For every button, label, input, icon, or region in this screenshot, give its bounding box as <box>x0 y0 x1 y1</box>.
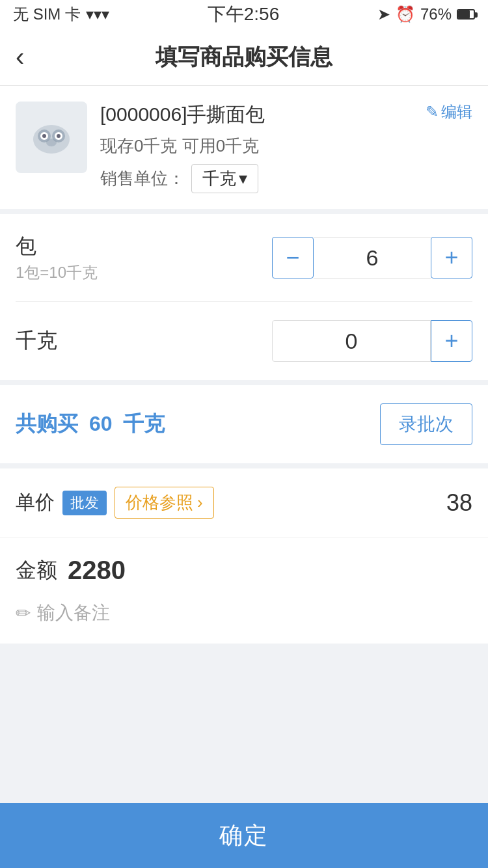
price-ref-arrow: › <box>197 493 203 513</box>
alarm-icon: ⏰ <box>396 5 415 23</box>
price-tag-pifa: 批发 <box>62 491 107 515</box>
sim-label: 无 SIM 卡 <box>13 4 81 25</box>
batch-button[interactable]: 录批次 <box>380 403 472 445</box>
amount-value: 2280 <box>68 556 126 585</box>
status-bar: 无 SIM 卡 ▾▾▾ 下午2:56 ➤ ⏰ 76% <box>0 0 488 29</box>
summary-text: 共购买 60 千克 <box>16 410 165 439</box>
product-info: [0000006]手撕面包 ✎ 编辑 现存0千克 可用0千克 销售单位： 千克 … <box>100 102 472 193</box>
quantity-conversion-bag: 1包=10千克 <box>16 262 272 283</box>
note-icon: ✏ <box>16 603 31 624</box>
page-title: 填写商品购买信息 <box>156 42 332 72</box>
edit-label: 编辑 <box>441 102 472 122</box>
battery-level: 76% <box>420 5 452 23</box>
nav-bar: ‹ 填写商品购买信息 <box>0 29 488 86</box>
quantity-control-kg: + <box>272 320 472 362</box>
plus-button-bag[interactable]: + <box>431 237 472 278</box>
quantity-unit-bag: 包 <box>16 232 272 261</box>
quantity-input-kg[interactable] <box>272 320 431 362</box>
product-thumbnail <box>16 102 87 173</box>
back-button[interactable]: ‹ <box>16 42 24 72</box>
quantity-unit-kg: 千克 <box>16 327 272 355</box>
amount-section: 金额 2280 ✏ 输入备注 <box>0 537 488 644</box>
content-area <box>0 644 488 826</box>
price-label: 单价 <box>16 489 55 516</box>
owl-logo <box>29 120 74 156</box>
unit-select[interactable]: 千克 ▾ <box>191 164 258 193</box>
product-header: [0000006]手撕面包 ✎ 编辑 <box>100 102 472 128</box>
svg-point-5 <box>42 134 46 138</box>
svg-point-6 <box>57 134 61 138</box>
battery-icon <box>457 9 475 20</box>
price-value: 38 <box>446 489 472 517</box>
price-section: 单价 批发 价格参照 › 38 <box>0 468 488 537</box>
amount-row: 金额 2280 <box>16 556 472 585</box>
quantity-row-bag: 包 1包=10千克 − + <box>16 214 472 302</box>
product-name: [0000006]手撕面包 <box>100 102 426 128</box>
status-left: 无 SIM 卡 ▾▾▾ <box>13 4 109 25</box>
quantity-label-bag: 包 1包=10千克 <box>16 232 272 283</box>
summary-section: 共购买 60 千克 录批次 <box>0 385 488 468</box>
edit-button[interactable]: ✎ 编辑 <box>426 102 472 122</box>
price-ref-label: 价格参照 <box>126 491 193 514</box>
unit-row: 销售单位： 千克 ▾ <box>100 164 472 193</box>
dropdown-icon: ▾ <box>239 169 247 189</box>
quantity-control-bag: − + <box>272 237 472 278</box>
edit-icon: ✎ <box>426 103 439 121</box>
plus-button-kg[interactable]: + <box>431 320 472 362</box>
wifi-icon: ▾▾▾ <box>86 5 109 23</box>
note-placeholder: 输入备注 <box>37 601 110 625</box>
note-row[interactable]: ✏ 输入备注 <box>16 585 472 644</box>
summary-unit: 千克 <box>123 412 165 435</box>
summary-prefix: 共购买 <box>16 412 78 435</box>
quantity-section: 包 1包=10千克 − + 千克 + <box>0 214 488 385</box>
product-section: [0000006]手撕面包 ✎ 编辑 现存0千克 可用0千克 销售单位： 千克 … <box>0 86 488 214</box>
svg-point-7 <box>46 139 57 146</box>
location-icon: ➤ <box>377 5 390 23</box>
price-ref-button[interactable]: 价格参照 › <box>115 487 214 519</box>
unit-label: 销售单位： <box>100 167 185 190</box>
quantity-label-kg: 千克 <box>16 327 272 355</box>
minus-button-bag[interactable]: − <box>272 237 314 278</box>
product-stock: 现存0千克 可用0千克 <box>100 135 472 157</box>
quantity-input-bag[interactable] <box>314 237 431 278</box>
status-time: 下午2:56 <box>208 2 280 27</box>
unit-value: 千克 <box>202 167 236 190</box>
summary-amount: 60 <box>89 412 113 435</box>
amount-label: 金额 <box>16 556 57 585</box>
status-right: ➤ ⏰ 76% <box>377 5 475 23</box>
quantity-row-kg: 千克 + <box>16 302 472 380</box>
confirm-button[interactable]: 确定 <box>0 803 488 868</box>
